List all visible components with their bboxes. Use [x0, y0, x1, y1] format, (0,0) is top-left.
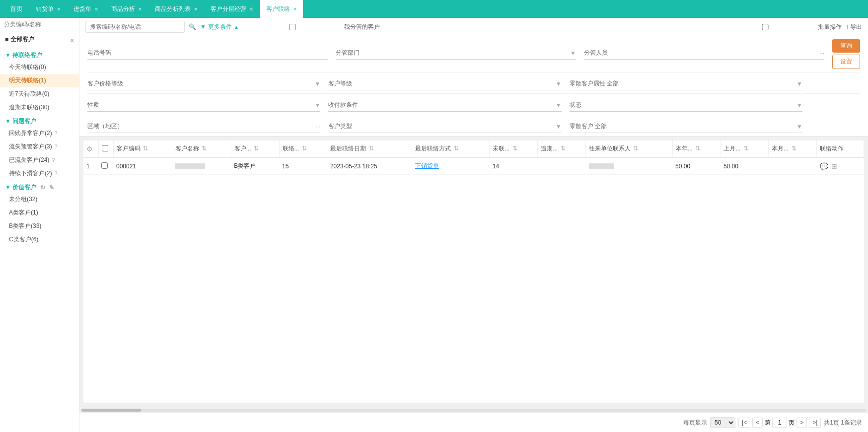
chevron-down-icon[interactable]: ▼: [314, 80, 320, 87]
refresh-icon[interactable]: ↻: [40, 184, 45, 191]
sort-icon[interactable]: ⇅: [695, 145, 700, 152]
last-contact-method-link[interactable]: 下销货单: [415, 162, 439, 169]
scrollbar-thumb[interactable]: [81, 409, 141, 412]
page-number-input[interactable]: [772, 418, 787, 428]
filter-label-retail-attr: 零散客户属性 全部: [570, 79, 619, 88]
chevron-down-icon[interactable]: ▼: [570, 50, 576, 57]
close-icon[interactable]: ✕: [194, 6, 198, 12]
chevron-down-icon[interactable]: ▼: [556, 102, 562, 109]
sidebar-item-abnormal[interactable]: 回购异常客户(2) ?: [0, 127, 79, 140]
close-icon[interactable]: ✕: [138, 6, 142, 12]
td-last-date: 2023-05-23 18:25:: [327, 157, 412, 175]
settings-button[interactable]: 设置: [832, 55, 860, 69]
next-page-btn[interactable]: >: [796, 418, 807, 428]
horizontal-scrollbar[interactable]: [79, 407, 868, 413]
sidebar-item-declining[interactable]: 持续下滑客户(2) ?: [0, 167, 79, 180]
dots-icon[interactable]: ···: [819, 50, 824, 57]
last-page-btn[interactable]: >|: [809, 418, 821, 428]
collapse-icon[interactable]: «: [70, 36, 74, 44]
nav-item-sales[interactable]: 销货单 ✕: [30, 0, 67, 18]
batch-op-btn[interactable]: 批量操作: [716, 23, 842, 31]
row-checkbox[interactable]: [101, 162, 108, 169]
dots-icon[interactable]: ···: [315, 123, 320, 130]
batch-checkbox[interactable]: [716, 24, 815, 30]
search-button[interactable]: 🔍: [189, 23, 196, 30]
sidebar-item-overdue[interactable]: 逾期未联络(30): [0, 101, 79, 114]
close-icon[interactable]: ✕: [57, 6, 61, 12]
th-customer-type: 客户... ⇅: [231, 141, 279, 157]
search-input[interactable]: [85, 21, 185, 33]
select-all-checkbox[interactable]: [102, 145, 108, 151]
close-icon[interactable]: ✕: [249, 6, 253, 12]
chevron-down-icon[interactable]: ▼: [314, 102, 320, 109]
query-button[interactable]: 查询: [832, 39, 860, 53]
close-icon[interactable]: ✕: [293, 6, 297, 12]
td-last-month: 50.00: [721, 157, 769, 175]
qr-icon[interactable]: ⊞: [831, 162, 837, 170]
first-page-btn[interactable]: |<: [738, 418, 750, 428]
chevron-down-icon[interactable]: ▼: [796, 123, 802, 130]
sort-icon[interactable]: ⇅: [143, 145, 148, 152]
sidebar-group-problem[interactable]: ▼ 问题客户: [0, 114, 79, 127]
sort-icon[interactable]: ⇅: [792, 145, 796, 152]
page-label: 第: [765, 419, 771, 427]
nav-item-analysis-list[interactable]: 商品分析列表 ✕: [149, 0, 204, 18]
help-icon: ?: [52, 157, 55, 163]
sort-icon[interactable]: ⇅: [254, 145, 259, 152]
sidebar-item-class-a[interactable]: A类客户(1): [0, 206, 79, 219]
sort-icon[interactable]: ⇅: [512, 145, 517, 152]
gear-icon[interactable]: ⚙: [86, 145, 93, 153]
scrollbar-track: [81, 409, 866, 412]
sidebar-item-ungrouped[interactable]: 未分组(32): [0, 193, 79, 206]
prev-page-btn[interactable]: <: [752, 418, 763, 428]
chevron-down-icon[interactable]: ▼: [556, 123, 562, 130]
chevron-down-icon[interactable]: ▼: [796, 102, 802, 109]
th-this-month: 本月... ⇅: [769, 141, 817, 157]
filter-label-phone: 电话号码: [87, 49, 117, 57]
sidebar-item-class-c[interactable]: C类客户(6): [0, 233, 79, 246]
sidebar-item-tomorrow[interactable]: 明天待联络(1): [0, 74, 79, 87]
sort-icon[interactable]: ⇅: [743, 145, 748, 152]
export-btn[interactable]: ↑ 导出: [846, 23, 862, 31]
nav-item-customer-contact[interactable]: 客户联络 ✕: [260, 0, 303, 18]
chevron-down-icon[interactable]: ▼: [556, 80, 562, 87]
help-icon: ?: [55, 144, 58, 149]
edit-icon[interactable]: ✎: [49, 184, 54, 191]
nav-item-purchase[interactable]: 进货单 ✕: [68, 0, 104, 18]
sidebar-group-value[interactable]: ▼ 价值客户 ↻ ✎: [0, 180, 79, 193]
per-page-select[interactable]: 50 100 200: [710, 417, 735, 428]
td-uncontacted: 14: [490, 157, 538, 175]
data-table: ⚙ 客户编码 ⇅ 客户名称 ⇅: [83, 141, 864, 175]
nav-home[interactable]: 首页: [4, 0, 29, 18]
filter-label-manager: 分管人员: [584, 49, 614, 57]
sidebar-item-7days[interactable]: 近7天待联络(0): [0, 87, 79, 101]
sort-icon[interactable]: ⇅: [202, 145, 207, 152]
chevron-down-icon[interactable]: ▼: [796, 80, 802, 87]
sort-icon[interactable]: ⇅: [369, 145, 374, 152]
sidebar-item-today[interactable]: 今天待联络(0): [0, 61, 79, 74]
sidebar-group-pending[interactable]: ▼ 待联络客户: [0, 48, 79, 61]
close-icon[interactable]: ✕: [94, 6, 98, 12]
sidebar-item-at-risk[interactable]: 流失预警客户(3) ?: [0, 140, 79, 153]
sidebar-all-customers[interactable]: ■ 全部客户 «: [0, 31, 79, 48]
sort-icon[interactable]: ⇅: [302, 145, 307, 152]
td-this-year: 50.00: [672, 157, 721, 175]
sidebar-item-class-b[interactable]: B类客户(33): [0, 219, 79, 233]
top-nav: 首页 销货单 ✕ 进货单 ✕ 商品分析 ✕ 商品分析列表 ✕ 客户分层经营 ✕ …: [0, 0, 868, 18]
sidebar-search-input[interactable]: [4, 21, 78, 28]
more-filter-btn[interactable]: ▼ 更多条件 ▲: [200, 23, 239, 31]
sort-icon[interactable]: ⇅: [561, 145, 566, 152]
sort-icon[interactable]: ⇅: [454, 145, 459, 152]
sidebar-item-lost[interactable]: 已流失客户(24) ?: [0, 153, 79, 167]
nav-item-analysis[interactable]: 商品分析 ✕: [105, 0, 148, 18]
nav-item-customer-tier[interactable]: 客户分层经营 ✕: [205, 0, 259, 18]
td-overdue: [538, 157, 586, 175]
total-info: 共1页 1条记录: [824, 419, 862, 427]
message-icon[interactable]: 💬: [820, 162, 828, 170]
td-action: 💬 ⊞: [817, 157, 864, 175]
my-customers-check[interactable]: [243, 24, 342, 30]
filter-label-dept: 分管部门: [336, 49, 365, 57]
td-index: 1: [83, 157, 98, 175]
sort-icon[interactable]: ⇅: [633, 145, 638, 152]
my-customers-checkbox[interactable]: 我分管的客户: [243, 23, 380, 31]
